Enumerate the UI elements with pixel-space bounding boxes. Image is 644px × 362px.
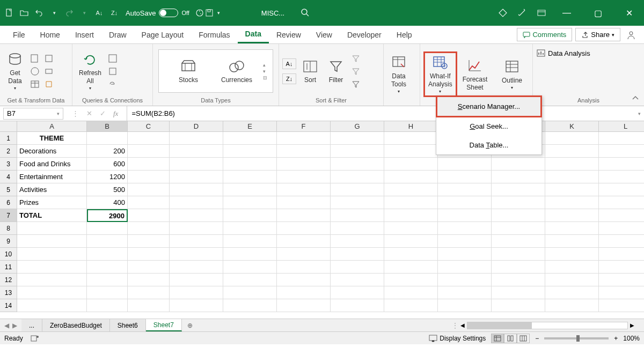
cell-H13[interactable]: [384, 286, 438, 299]
cell-H1[interactable]: [384, 132, 438, 145]
cell-E6[interactable]: [223, 196, 277, 209]
cell-G11[interactable]: [331, 261, 384, 274]
from-table-icon[interactable]: [29, 79, 41, 90]
formula-input[interactable]: =SUM(B2:B6): [127, 106, 635, 121]
cell-H11[interactable]: [384, 261, 438, 274]
cell-K8[interactable]: [545, 222, 599, 235]
col-header-F[interactable]: F: [277, 121, 331, 131]
macro-record-icon[interactable]: [31, 335, 39, 342]
sort-desc-icon[interactable]: Z↓: [109, 8, 119, 18]
cell-G13[interactable]: [331, 286, 384, 299]
cell-J11[interactable]: [492, 261, 545, 274]
expand-formula-bar-icon[interactable]: ▾: [635, 111, 644, 116]
cell-F11[interactable]: [277, 261, 331, 274]
cell-G10[interactable]: [331, 248, 384, 261]
tab-draw[interactable]: Draw: [101, 26, 134, 43]
cell-J10[interactable]: [492, 248, 545, 261]
cell-A10[interactable]: [17, 248, 87, 261]
cell-G6[interactable]: [331, 196, 384, 209]
cell-I13[interactable]: [438, 286, 492, 299]
cell-E5[interactable]: [223, 183, 277, 196]
cell-F12[interactable]: [277, 274, 331, 286]
cell-B8[interactable]: [87, 222, 128, 235]
add-sheet-button[interactable]: ⊕: [182, 322, 198, 329]
cell-K4[interactable]: [545, 171, 599, 183]
tab-view[interactable]: View: [309, 26, 340, 43]
chevron-down-icon[interactable]: ▾: [57, 111, 60, 116]
cell-A9[interactable]: [17, 235, 87, 248]
cell-G4[interactable]: [331, 171, 384, 183]
tab-formulas[interactable]: Formulas: [191, 26, 237, 43]
split-handle-icon[interactable]: ⋮: [452, 322, 458, 329]
col-header-A[interactable]: A: [17, 121, 87, 131]
sort-asc-icon[interactable]: A↓: [94, 8, 104, 18]
redo-icon[interactable]: [64, 8, 74, 18]
scroll-left-icon[interactable]: ◀: [460, 322, 465, 328]
cell-B7[interactable]: 2900: [87, 209, 128, 222]
row-header-3[interactable]: 3: [0, 158, 17, 171]
sheet-tab-zerobasedbudget[interactable]: ZeroBasedBudget: [42, 319, 110, 331]
expand-icon[interactable]: ⊟: [263, 75, 267, 80]
cell-I9[interactable]: [438, 235, 492, 248]
row-header-13[interactable]: 13: [0, 286, 17, 299]
cell-C8[interactable]: [128, 222, 170, 235]
cell-G1[interactable]: [331, 132, 384, 145]
cell-I6[interactable]: [438, 196, 492, 209]
col-header-L[interactable]: L: [599, 121, 644, 131]
cell-F9[interactable]: [277, 235, 331, 248]
cell-L11[interactable]: [599, 261, 644, 274]
cell-C14[interactable]: [128, 299, 170, 312]
cell-A14[interactable]: [17, 299, 87, 312]
clear-filter-icon[interactable]: [350, 53, 362, 64]
cell-H6[interactable]: [384, 196, 438, 209]
cell-L7[interactable]: [599, 209, 644, 222]
cell-D1[interactable]: [170, 132, 223, 145]
cell-B6[interactable]: 400: [87, 196, 128, 209]
zoom-out-button[interactable]: −: [535, 335, 539, 342]
cell-L14[interactable]: [599, 299, 644, 312]
sheet-nav-prev-icon[interactable]: ◀: [4, 322, 9, 329]
cell-H10[interactable]: [384, 248, 438, 261]
cell-F13[interactable]: [277, 286, 331, 299]
cell-K1[interactable]: [545, 132, 599, 145]
cell-L8[interactable]: [599, 222, 644, 235]
cell-F5[interactable]: [277, 183, 331, 196]
display-settings-button[interactable]: Display Settings: [429, 335, 486, 342]
cell-H12[interactable]: [384, 274, 438, 286]
cell-L10[interactable]: [599, 248, 644, 261]
cell-D4[interactable]: [170, 171, 223, 183]
cell-K6[interactable]: [545, 196, 599, 209]
grid-body[interactable]: 1THEME2Decorations2003Food and Drinks600…: [0, 132, 644, 312]
sort-button[interactable]: Sort: [298, 57, 322, 85]
view-normal-button[interactable]: [491, 334, 504, 343]
col-header-H[interactable]: H: [384, 121, 438, 131]
scroll-up-icon[interactable]: ▴: [263, 62, 267, 68]
cell-A4[interactable]: Entertainment: [17, 171, 87, 183]
row-header-14[interactable]: 14: [0, 299, 17, 312]
cell-L3[interactable]: [599, 158, 644, 171]
cell-E13[interactable]: [223, 286, 277, 299]
cell-I12[interactable]: [438, 274, 492, 286]
maximize-button[interactable]: ▢: [587, 8, 609, 18]
cell-D7[interactable]: [170, 209, 223, 222]
view-page-break-button[interactable]: [517, 334, 530, 343]
cell-B9[interactable]: [87, 235, 128, 248]
cell-H7[interactable]: [384, 209, 438, 222]
data-tools-button[interactable]: Data Tools ▾: [387, 53, 411, 95]
outline-button[interactable]: Outline ▾: [499, 57, 525, 92]
cell-B3[interactable]: 600: [87, 158, 128, 171]
cell-G2[interactable]: [331, 145, 384, 158]
cell-D13[interactable]: [170, 286, 223, 299]
tab-help[interactable]: Help: [389, 26, 420, 43]
cell-I3[interactable]: [438, 158, 492, 171]
cell-I8[interactable]: [438, 222, 492, 235]
cell-J4[interactable]: [492, 171, 545, 183]
filter-button[interactable]: Filter: [324, 57, 348, 85]
row-header-11[interactable]: 11: [0, 261, 17, 274]
advanced-icon[interactable]: [350, 79, 362, 90]
cell-F8[interactable]: [277, 222, 331, 235]
cell-K13[interactable]: [545, 286, 599, 299]
from-web-icon[interactable]: [29, 66, 41, 77]
col-header-E[interactable]: E: [223, 121, 277, 131]
cell-B2[interactable]: 200: [87, 145, 128, 158]
